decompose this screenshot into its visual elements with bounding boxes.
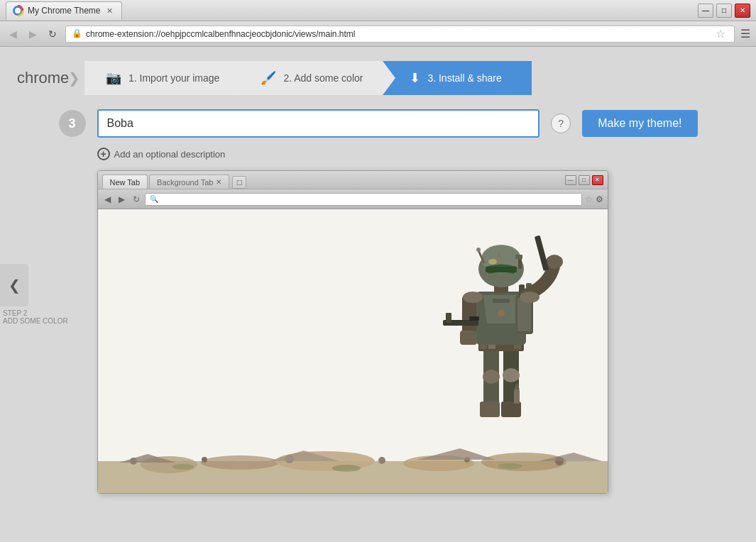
preview-maximize-button[interactable]: □ bbox=[579, 175, 590, 185]
window-controls: — □ ✕ bbox=[698, 4, 750, 18]
reload-button[interactable]: ↻ bbox=[45, 27, 60, 41]
address-text: chrome-extension://oehpjpccmlcalbenfhnac… bbox=[86, 29, 356, 39]
svg-point-8 bbox=[201, 455, 279, 470]
step3-number: 3 bbox=[68, 116, 75, 131]
preview-tabs: New Tab Background Tab ✕ □ bbox=[102, 171, 247, 189]
preview-address-input[interactable]: 🔍 bbox=[145, 193, 582, 206]
preview-title-bar: New Tab Background Tab ✕ □ — □ ✕ bbox=[98, 171, 608, 189]
preview-back-button[interactable]: ◀ bbox=[102, 194, 114, 204]
make-theme-button[interactable]: Make my theme! bbox=[582, 110, 697, 137]
preview-menu-button[interactable]: ⚙ bbox=[596, 194, 603, 204]
preview-content-area bbox=[98, 209, 608, 493]
step-2-color[interactable]: 🖌️ 2. Add some color bbox=[234, 61, 383, 95]
svg-point-62 bbox=[476, 248, 481, 252]
preview-tab-bg-label: Background Tab bbox=[157, 178, 213, 187]
theme-name-input[interactable] bbox=[97, 109, 540, 138]
bookmark-star-icon[interactable]: ☆ bbox=[716, 27, 728, 40]
svg-rect-60 bbox=[498, 253, 500, 259]
content-section: 3 ? Make my theme! + Add an optional des… bbox=[38, 109, 719, 494]
svg-rect-48 bbox=[469, 316, 479, 321]
preview-minimize-button[interactable]: — bbox=[565, 175, 576, 185]
tab-close-button[interactable]: ✕ bbox=[104, 6, 114, 16]
add-plus-icon: + bbox=[97, 148, 110, 160]
add-description-row[interactable]: + Add an optional description bbox=[97, 148, 698, 160]
address-input-container[interactable]: 🔒 chrome-extension://oehpjpccmlcalbenfhn… bbox=[65, 26, 735, 43]
svg-point-19 bbox=[332, 465, 361, 472]
forward-button[interactable]: ▶ bbox=[26, 27, 40, 41]
svg-rect-47 bbox=[446, 313, 451, 323]
add-description-label: Add an optional description bbox=[114, 149, 226, 160]
svg-point-52 bbox=[520, 292, 539, 303]
svg-point-32 bbox=[503, 368, 520, 382]
preview-forward-button[interactable]: ▶ bbox=[116, 194, 128, 204]
svg-point-51 bbox=[463, 292, 483, 303]
preview-tab-close-icon[interactable]: ✕ bbox=[216, 178, 221, 186]
paintbrush-icon: 🖌️ bbox=[261, 70, 276, 86]
preview-address-bar: ◀ ▶ ↻ 🔍 ☆ ⚙ bbox=[98, 189, 608, 209]
download-icon: ⬇ bbox=[410, 70, 420, 86]
svg-point-20 bbox=[497, 463, 522, 469]
svg-rect-38 bbox=[493, 299, 510, 303]
make-theme-label: Make my theme! bbox=[598, 117, 681, 129]
svg-point-49 bbox=[546, 255, 563, 269]
preview-bookmark-icon[interactable]: ☆ bbox=[585, 194, 593, 204]
back-button[interactable]: ◀ bbox=[6, 27, 20, 41]
address-bar: ◀ ▶ ↻ 🔒 chrome-extension://oehpjpccmlcal… bbox=[0, 21, 756, 47]
step-1-import[interactable]: 📷 1. Import your image bbox=[84, 61, 234, 95]
preview-search-icon: 🔍 bbox=[150, 195, 158, 203]
preview-reload-button[interactable]: ↻ bbox=[131, 194, 142, 204]
boba-fett-svg bbox=[430, 209, 572, 448]
preview-tab-background[interactable]: Background Tab ✕ bbox=[149, 175, 229, 189]
svg-point-31 bbox=[483, 370, 500, 384]
step-1-label: 1. Import your image bbox=[128, 72, 219, 84]
step-2-label: 2. Add some color bbox=[283, 72, 363, 84]
svg-rect-45 bbox=[460, 331, 477, 345]
svg-point-1 bbox=[15, 8, 21, 13]
question-mark-icon: ? bbox=[558, 118, 564, 129]
steps-divider-icon: ❯ bbox=[68, 70, 80, 87]
left-chevron-icon: ❮ bbox=[9, 277, 21, 294]
preview-window-controls: — □ ✕ bbox=[565, 175, 603, 185]
svg-point-39 bbox=[498, 309, 505, 316]
steps-container: 📷 1. Import your image 🖌️ 2. Add some co… bbox=[84, 61, 742, 95]
tab-favicon bbox=[12, 5, 23, 16]
maximize-button[interactable]: □ bbox=[716, 4, 732, 18]
preview-tab-new-label: New Tab bbox=[110, 178, 141, 187]
help-button[interactable]: ? bbox=[551, 114, 571, 133]
minimize-button[interactable]: — bbox=[698, 4, 713, 18]
svg-rect-27 bbox=[480, 402, 500, 417]
svg-point-15 bbox=[378, 457, 385, 464]
browser-tab[interactable]: My Chrome Theme ✕ bbox=[6, 1, 122, 20]
svg-point-18 bbox=[172, 464, 194, 470]
main-content: ❮ STEP 2 ADD SOME COLOR chrome ❯ bbox=[0, 47, 756, 542]
svg-point-13 bbox=[202, 457, 207, 463]
svg-rect-50 bbox=[534, 236, 549, 271]
step-3-label: 3. Install & share bbox=[427, 72, 501, 84]
title-bar-left: My Chrome Theme ✕ bbox=[6, 1, 122, 20]
svg-point-59 bbox=[488, 259, 497, 265]
close-button[interactable]: ✕ bbox=[735, 4, 750, 18]
preview-close-button[interactable]: ✕ bbox=[592, 175, 603, 185]
preview-tab-new[interactable]: New Tab bbox=[102, 175, 148, 189]
chrome-logo: chrome bbox=[14, 64, 57, 92]
camera-icon: 📷 bbox=[106, 70, 121, 86]
step-3-install[interactable]: ⬇ 3. Install & share bbox=[383, 61, 532, 95]
chrome-logo-text: chrome bbox=[17, 69, 69, 87]
step3-row: 3 ? Make my theme! bbox=[59, 109, 698, 138]
svg-rect-28 bbox=[501, 402, 521, 417]
prev-step-number: STEP 2 bbox=[3, 309, 27, 317]
tab-title: My Chrome Theme bbox=[28, 6, 100, 16]
boba-fett-figure bbox=[430, 209, 572, 450]
new-tab-button[interactable]: □ bbox=[232, 176, 246, 189]
svg-rect-56 bbox=[486, 267, 517, 272]
title-bar: My Chrome Theme ✕ — □ ✕ bbox=[0, 0, 756, 21]
svg-rect-29 bbox=[514, 389, 520, 404]
svg-point-11 bbox=[481, 453, 566, 471]
preview-browser-window: New Tab Background Tab ✕ □ — □ ✕ ◀ bbox=[97, 170, 608, 494]
browser-menu-button[interactable]: ☰ bbox=[740, 27, 750, 40]
tab-strip: My Chrome Theme ✕ bbox=[6, 1, 122, 20]
prev-step-button[interactable]: ❮ bbox=[0, 264, 28, 306]
steps-bar: chrome ❯ 📷 1. Import your image 🖌️ 2. Ad… bbox=[0, 61, 756, 95]
address-lock-icon: 🔒 bbox=[72, 28, 83, 40]
svg-rect-58 bbox=[515, 255, 522, 259]
